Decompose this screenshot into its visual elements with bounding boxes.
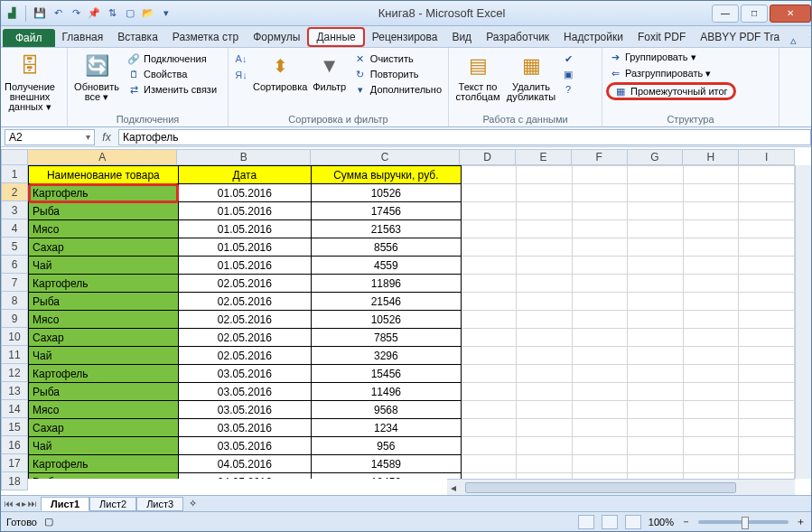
cell[interactable] [572,347,628,365]
tab-review[interactable]: Рецензирова [365,27,445,47]
next-sheet-icon[interactable]: ▸ [22,499,26,509]
get-external-data-button[interactable]: 🗄 Получение внешних данных ▾ [5,50,55,112]
consolidate-button[interactable]: ▣ [559,67,577,81]
row-header-2[interactable]: 2 [1,183,28,201]
cell[interactable]: 15456 [312,365,462,383]
cell[interactable] [517,419,573,437]
advanced-filter-button[interactable]: ▾Дополнительно [351,82,444,97]
zoom-slider[interactable] [698,520,789,524]
cell-grid[interactable]: Наименование товараДатаСумма выручки, ру… [28,165,795,479]
subtotal-button[interactable]: ▦Промежуточный итог [606,82,736,100]
cell[interactable]: Мясо [29,311,179,329]
text-to-columns-button[interactable]: ▤ Текст по столбцам [453,50,503,102]
cell[interactable] [628,383,684,401]
name-box[interactable]: A2▾ [5,129,95,145]
zoom-out-button[interactable]: － [681,515,691,528]
cell[interactable] [683,401,739,419]
cell[interactable]: 02.05.2016 [178,293,311,311]
cell[interactable] [683,329,739,347]
help-icon[interactable]: ❔ [800,33,812,47]
row-header-12[interactable]: 12 [1,364,28,382]
cell[interactable]: 11896 [312,275,462,293]
row-header-11[interactable]: 11 [1,346,28,364]
cell[interactable] [739,238,795,257]
last-sheet-icon[interactable]: ⏭ [28,499,37,509]
cell[interactable] [572,419,628,437]
col-header-G[interactable]: G [628,149,684,165]
tab-insert[interactable]: Вставка [110,27,165,47]
cell[interactable] [461,293,517,311]
cell[interactable]: Рыба [29,383,179,401]
cell[interactable] [517,202,573,220]
cell[interactable]: 10526 [312,311,462,329]
row-header-3[interactable]: 3 [1,201,28,219]
cell[interactable] [739,202,795,220]
cell[interactable]: Картофель [29,275,179,293]
cell[interactable] [572,383,628,401]
cell[interactable]: Рыба [29,293,179,311]
cell[interactable] [683,383,739,401]
cell[interactable] [739,437,795,455]
cell[interactable] [739,419,795,437]
cell[interactable] [683,293,739,311]
cell[interactable]: 03.05.2016 [178,437,311,455]
col-header-B[interactable]: B [177,149,310,165]
cell[interactable]: Рыба [29,202,179,220]
vertical-scrollbar[interactable] [795,165,811,479]
new-icon[interactable]: ▢ [123,6,137,21]
connections-button[interactable]: 🔗Подключения [125,51,219,66]
cell[interactable]: 10526 [312,184,462,202]
row-header-6[interactable]: 6 [1,256,28,274]
cell[interactable]: 01.05.2016 [178,184,311,202]
col-header-H[interactable]: H [683,149,739,165]
clear-filter-button[interactable]: ✕Очистить [351,51,444,66]
table-header[interactable]: Сумма выручки, руб. [312,166,462,184]
tab-foxit[interactable]: Foxit PDF [630,27,693,47]
cell[interactable]: 1234 [312,419,462,437]
first-sheet-icon[interactable]: ⏮ [5,499,14,509]
row-header-9[interactable]: 9 [1,310,28,328]
col-header-F[interactable]: F [572,149,628,165]
row-header-7[interactable]: 7 [1,274,28,292]
row-header-17[interactable]: 17 [1,454,28,472]
cell[interactable] [517,329,573,347]
save-icon[interactable]: 💾 [33,6,47,21]
cell[interactable]: 21546 [312,293,462,311]
cell[interactable]: 01.05.2016 [178,238,311,257]
edit-links-button[interactable]: ⇄Изменить связи [125,82,219,97]
cell[interactable] [739,275,795,293]
cell[interactable]: 10456 [312,473,462,480]
cell[interactable] [628,238,684,257]
minimize-button[interactable]: — [712,5,739,23]
cell[interactable] [628,329,684,347]
row-header-15[interactable]: 15 [1,418,28,436]
cell[interactable] [683,220,739,238]
cell[interactable]: 21563 [312,220,462,238]
view-pagebreak-button[interactable] [625,515,641,529]
cell[interactable] [739,293,795,311]
tab-view[interactable]: Вид [444,27,479,47]
tab-developer[interactable]: Разработчик [479,27,556,47]
cell[interactable] [683,238,739,257]
cell[interactable] [683,202,739,220]
cell[interactable] [517,437,573,455]
cell[interactable] [628,419,684,437]
open-icon[interactable]: 📂 [141,6,155,21]
cell[interactable] [628,311,684,329]
cell[interactable]: 04.05.2016 [178,473,311,480]
cell[interactable] [739,401,795,419]
cell[interactable] [628,401,684,419]
cell[interactable]: 03.05.2016 [178,401,311,419]
filter-button[interactable]: ▼ Фильтр [310,50,348,92]
row-header-5[interactable]: 5 [1,238,28,256]
cell[interactable] [683,311,739,329]
cell[interactable]: 14589 [312,455,462,473]
cell[interactable]: 11496 [312,383,462,401]
cell[interactable] [461,202,517,220]
cell[interactable]: Сахар [29,238,179,257]
cell[interactable] [683,437,739,455]
col-header-D[interactable]: D [460,149,516,165]
cell[interactable]: 01.05.2016 [178,257,311,275]
new-sheet-icon[interactable]: ✧ [183,498,202,509]
close-button[interactable]: ✕ [770,5,811,23]
